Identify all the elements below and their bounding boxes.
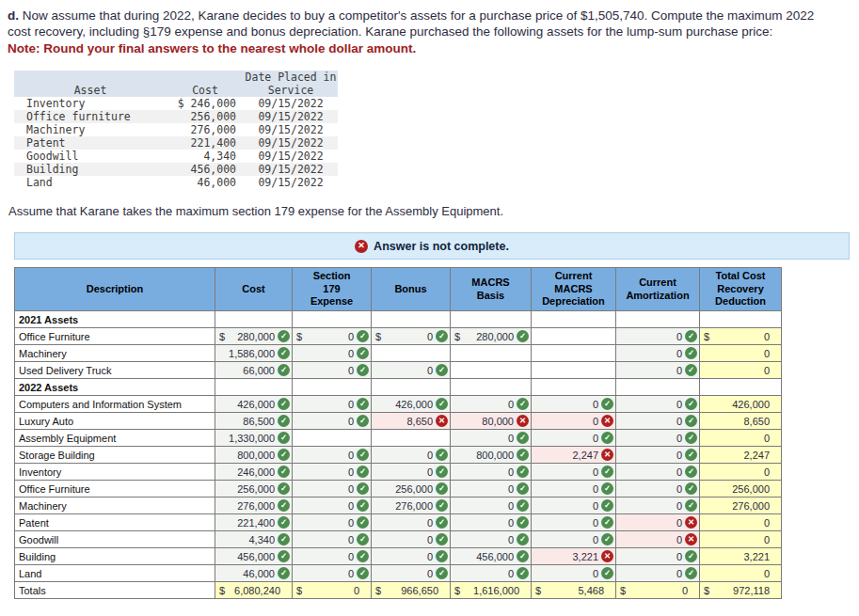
bonus-input-cell[interactable]: 8,650✕ [372,413,451,430]
bonus-input-cell[interactable]: 0✓ [372,464,451,481]
bonus-input-cell[interactable]: 0✓ [372,362,451,379]
cost-input-cell[interactable]: 246,000✓ [215,464,293,481]
cost-input-cell[interactable]: 276,000✓ [215,498,293,514]
check-icon: ✓ [517,533,529,545]
asset-cost: 46,000 [167,176,244,189]
section-179-expense-input-cell[interactable]: 0✓ [293,345,372,362]
current-amortization-input-cell[interactable]: 0✓ [616,362,700,379]
current-macrs-depreciation-input-cell[interactable]: 0✓ [532,498,616,514]
cost-input-cell[interactable]: 256,000✓ [215,481,293,498]
cost-input-cell[interactable]: 4,340✓ [215,531,293,548]
section-179-expense-input-cell[interactable]: 0✓ [293,362,372,379]
current-macrs-depreciation-input-cell[interactable]: 0✓ [532,531,616,548]
current-macrs-depreciation-input-cell[interactable]: 0✓ [532,514,616,531]
cost-input-cell[interactable]: 800,000✓ [215,447,293,464]
macrs-basis-input-cell[interactable]: 0✓ [451,531,532,548]
check-icon: ✓ [517,550,529,562]
bonus-input-cell[interactable]: 0✓ [372,548,451,565]
check-icon: ✓ [278,482,290,495]
current-amortization-input-cell[interactable]: 0✓ [616,565,700,582]
bonus-input-cell[interactable]: 0✓ [372,447,451,464]
current-amortization-input-cell[interactable]: 0✓ [616,430,700,447]
macrs-basis-input-cell[interactable]: 456,000✓ [451,548,532,565]
section-179-expense-input-cell[interactable]: 0✓ [293,548,372,565]
macrs-basis-input-cell[interactable]: 0✓ [451,481,532,498]
current-amortization-input-cell[interactable]: 0✓ [616,345,700,362]
bonus-input-cell[interactable]: 0✓ [372,514,451,531]
current-amortization-input-cell[interactable]: 0✓ [616,396,700,413]
cost-input-cell[interactable]: 86,500✓ [215,413,293,430]
total-cost-recovery-deduction-value: 0 [764,365,770,376]
macrs-basis-input-cell[interactable]: 0✓ [451,565,532,582]
cost-input-cell[interactable]: 426,000✓ [215,396,293,413]
check-icon: ✓ [601,398,613,410]
section-179-expense-input-cell[interactable]: 0✓ [293,464,372,481]
current-amortization-input-cell[interactable]: 0✓ [616,498,700,514]
current-amortization-input-cell[interactable]: 0✓ [616,464,700,481]
current-macrs-depreciation-input-cell[interactable]: 0✓ [532,464,616,481]
check-icon: ✓ [685,482,697,495]
current-amortization-input-cell[interactable]: 0✕ [616,531,700,548]
current-amortization-input-cell[interactable]: 0✓ [616,413,700,430]
bonus-input-cell[interactable]: 0✓ [372,531,451,548]
section-179-expense-input-cell[interactable]: $0✓ [293,328,372,345]
section-179-expense-input-cell[interactable]: 0✓ [293,498,372,514]
column-header-total-cost-recovery-deduction: Total Cost Recovery Deduction [700,268,782,311]
macrs-basis-input-cell[interactable]: 800,000✓ [451,447,532,464]
current-amortization-input-cell[interactable]: 0✓ [616,328,700,345]
bonus-input-cell[interactable]: 256,000✓ [372,481,451,498]
cost-input-cell[interactable]: 1,586,000✓ [215,345,293,362]
macrs-basis-input-cell[interactable]: 0✓ [451,430,532,447]
macrs-basis-input-cell[interactable]: 80,000✕ [451,413,532,430]
check-icon: ✓ [601,482,613,495]
current-amortization-input-cell[interactable]: 0✓ [616,447,700,464]
current-amortization-input-cell[interactable]: 0✓ [616,548,700,565]
cost-input-cell[interactable]: 456,000✓ [215,548,293,565]
check-icon: ✓ [517,432,529,444]
bonus-input-cell[interactable]: 426,000✓ [372,396,451,413]
check-icon: ✓ [357,567,369,579]
bonus-input-cell[interactable]: 0✓ [372,565,451,582]
section-179-expense-input-cell[interactable]: 0✓ [293,565,372,582]
banner-text: Answer is not complete. [374,240,509,253]
cost-input-cell[interactable]: $280,000✓ [215,328,293,345]
current-macrs-depreciation-input-cell[interactable]: 0✓ [532,565,616,582]
section-179-expense-value: 0 [348,568,354,579]
cost-input-cell[interactable]: 1,330,000✓ [215,430,293,447]
current-macrs-depreciation-input-cell[interactable]: 3,221✕ [532,548,616,565]
total-cost-recovery-deduction-calculated-cell: 0 [700,514,782,531]
current-amortization-input-cell[interactable]: 0✓ [616,481,700,498]
row-label: Patent [15,514,215,531]
section-179-expense-input-cell[interactable]: 0✓ [293,531,372,548]
bonus-input-cell[interactable]: 276,000✓ [372,498,451,514]
section-179-expense-input-cell[interactable]: 0✓ [293,396,372,413]
rounding-note: Note: Round your final answers to the ne… [8,41,851,55]
macrs-basis-value: 280,000 [476,331,514,342]
check-icon: ✓ [517,482,529,495]
section-179-expense-input-cell[interactable]: 0✓ [293,447,372,464]
macrs-basis-input-cell[interactable]: 0✓ [451,464,532,481]
bonus-input-cell[interactable]: $0✓ [372,328,451,345]
check-icon: ✓ [517,567,529,579]
section-179-expense-input-cell[interactable]: 0✓ [293,514,372,531]
macrs-basis-input-cell[interactable]: 0✓ [451,498,532,514]
macrs-basis-input-cell[interactable]: 0✓ [451,514,532,531]
current-amortization-input-cell[interactable]: 0✕ [616,514,700,531]
cost-input-cell[interactable]: 221,400✓ [215,514,293,531]
row-label: Building [15,548,215,565]
check-icon: ✓ [601,466,613,478]
current-macrs-depreciation-input-cell[interactable]: 0✕ [532,413,616,430]
section-179-expense-input-cell[interactable]: 0✓ [293,481,372,498]
check-icon: ✓ [278,466,290,478]
current-macrs-depreciation-input-cell[interactable]: 0✓ [532,430,616,447]
macrs-basis-input-cell[interactable]: $280,000✓ [451,328,532,345]
macrs-basis-input-cell[interactable]: 0✓ [451,396,532,413]
cost-input-cell[interactable]: 46,000✓ [215,565,293,582]
row-label: Machinery [15,345,215,362]
section-179-expense-input-cell[interactable]: 0✓ [293,413,372,430]
current-macrs-depreciation-input-cell[interactable]: 2,247✕ [532,447,616,464]
current-macrs-depreciation-input-cell[interactable]: 0✓ [532,481,616,498]
cost-value: 426,000 [237,399,275,410]
current-macrs-depreciation-input-cell[interactable]: 0✓ [532,396,616,413]
cost-input-cell[interactable]: 66,000✓ [215,362,293,379]
